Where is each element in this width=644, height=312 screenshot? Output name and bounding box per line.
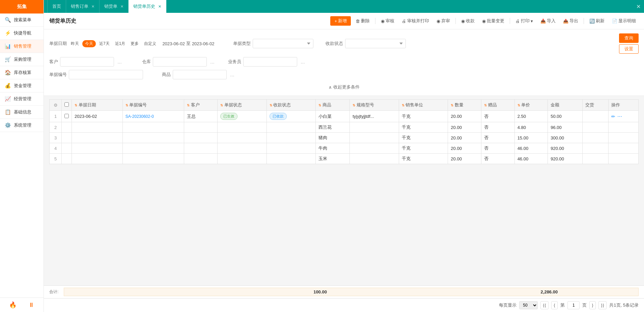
date-btn-yesterday[interactable]: 昨天 <box>69 40 81 47</box>
page-prev-btn[interactable]: ⟨ <box>551 301 558 309</box>
customer-input[interactable] <box>60 57 114 67</box>
tab-sales-order-close[interactable]: ✕ <box>91 4 94 9</box>
sidebar-item-operations-mgmt[interactable]: 📈 经营管理 <box>0 93 44 106</box>
new-button[interactable]: + 新增 <box>330 16 351 26</box>
col-gift[interactable]: ⇅ 赠品 <box>481 100 515 111</box>
col-settings[interactable]: ⚙ <box>50 100 62 111</box>
per-page-select[interactable]: 50 10 20 100 <box>519 301 538 309</box>
more-icon-1[interactable]: ⋯ <box>617 114 622 119</box>
col-customer[interactable]: ⇅ 客户 <box>184 100 218 111</box>
checkbox-1[interactable] <box>62 111 72 122</box>
doc-num-link-1[interactable]: SA-20230602-0 <box>125 114 154 119</box>
cell-pay-status-3 <box>267 133 316 143</box>
fire-icon[interactable]: 🔥 <box>9 301 17 309</box>
col-customer-label: 客户 <box>191 102 200 107</box>
cell-amount-1: 50.00 <box>548 111 583 122</box>
review-button[interactable]: ◉ 审核 <box>378 17 397 25</box>
set-button[interactable]: 设置 <box>619 44 639 54</box>
customer-dots[interactable]: … <box>116 59 123 64</box>
col-doc-status[interactable]: ⇅ 单据状态 <box>217 100 267 111</box>
warehouse-dots[interactable]: … <box>209 59 216 64</box>
page-first-btn[interactable]: ⟨⟨ <box>540 301 549 309</box>
query-set-buttons: 查询 设置 <box>619 33 639 54</box>
cell-amount-5: 920.00 <box>548 154 583 164</box>
delete-button[interactable]: 🗑 删除 <box>353 17 372 25</box>
date-filter-label: 单据日期 <box>49 41 67 47</box>
import-button[interactable]: 📥 导入 <box>538 17 558 25</box>
col-price-label: 单价 <box>521 102 530 107</box>
cell-spec-4 <box>350 143 399 154</box>
payment-status-select[interactable] <box>345 39 406 48</box>
cell-date-5 <box>72 154 123 164</box>
tab-sales-history-close[interactable]: ✕ <box>158 4 161 9</box>
cell-price-4: 46.00 <box>514 143 548 154</box>
cell-goods-2: 西兰花 <box>316 122 350 133</box>
query-button[interactable]: 查询 <box>619 33 639 43</box>
inventory-icon: 🏠 <box>5 70 11 76</box>
col-unit[interactable]: ⇅ 销售单位 <box>399 100 448 111</box>
top-tab-bar: 首页 销售订单 ✕ 销货单 ✕ 销货单历史 ✕ ✕ <box>44 0 644 13</box>
col-date[interactable]: ⇅ 单据日期 <box>72 100 123 111</box>
col-price[interactable]: ⇅ 单价 <box>514 100 548 111</box>
sidebar-item-funds-mgmt[interactable]: 💰 资金管理 <box>0 79 44 93</box>
doc-type-select[interactable] <box>253 39 313 48</box>
print-button[interactable]: 🖨 打印 ▾ <box>513 17 536 25</box>
export-button[interactable]: 📤 导出 <box>560 17 581 25</box>
tab-sales-goods-close[interactable]: ✕ <box>120 4 123 9</box>
collapse-button[interactable]: ∧ 收起更多条件 <box>49 83 639 92</box>
cell-doc-status-5 <box>217 154 267 164</box>
business-input[interactable] <box>243 57 297 67</box>
quick-nav-icon: ⚡ <box>5 30 11 36</box>
review-print-button[interactable]: 🖨 审核并打印 <box>399 17 432 25</box>
col-goods[interactable]: ⇅ 商品 <box>316 100 350 111</box>
sidebar-item-label: 经营管理 <box>14 96 31 102</box>
col-goods-label: 商品 <box>323 102 331 107</box>
col-spec[interactable]: ⇅ 规格型号 <box>350 100 399 111</box>
cell-doc-num-1[interactable]: SA-20230602-0 <box>122 111 184 122</box>
select-all-checkbox[interactable] <box>64 102 69 107</box>
warehouse-input[interactable] <box>153 57 207 67</box>
collect-button[interactable]: ◉ 收款 <box>458 17 477 25</box>
page-num-input[interactable] <box>567 301 580 309</box>
filter-row-2: 客户 … 仓库 … 业务员 … <box>49 57 639 67</box>
date-btn-more[interactable]: 更多 <box>129 40 141 47</box>
date-btn-custom[interactable]: 自定义 <box>142 40 158 47</box>
sidebar-item-basic-info[interactable]: 📋 基础信息 <box>0 106 44 119</box>
col-pay-status[interactable]: ⇅ 收款状态 <box>267 100 316 111</box>
col-doc-num[interactable]: ⇅ 单据编号 <box>122 100 184 111</box>
date-btn-today[interactable]: 今天 <box>82 40 96 47</box>
date-btn-7days[interactable]: 近7天 <box>97 40 112 47</box>
refresh-button[interactable]: 🔄 刷新 <box>587 17 607 25</box>
business-dots[interactable]: … <box>299 59 306 64</box>
date-btn-1month[interactable]: 近1月 <box>113 40 128 47</box>
close-all-tabs[interactable]: ✕ <box>636 3 641 10</box>
table-area: ⚙ ⇅ 单据日期 ⇅ 单据编号 <box>44 96 644 285</box>
pause-icon[interactable]: ⏸ <box>28 302 34 309</box>
sidebar-item-quick-nav[interactable]: ⚡ 快捷导航 <box>0 27 44 40</box>
page-last-btn[interactable]: ⟩⟩ <box>598 301 607 309</box>
edit-icon-1[interactable]: ✏ <box>611 114 615 119</box>
row-num-1: 1 <box>50 111 62 122</box>
page-label: 第 <box>560 302 565 308</box>
sidebar-item-inventory-calc[interactable]: 🏠 库存核算 <box>0 66 44 79</box>
tab-home[interactable]: 首页 <box>47 0 66 13</box>
goods-input[interactable] <box>173 70 227 79</box>
cell-unit-1: 千克 <box>399 111 448 122</box>
col-qty[interactable]: ⇅ 数量 <box>448 100 481 111</box>
goods-dots[interactable]: … <box>229 72 236 77</box>
action-icons-1: ✏ ⋯ <box>611 114 636 119</box>
show-detail-button[interactable]: 📄 显示明细 <box>609 17 639 25</box>
sidebar-item-purchase-mgmt[interactable]: 🛒 采购管理 <box>0 53 44 66</box>
doc-num-input[interactable] <box>69 70 143 79</box>
sidebar-item-sales-mgmt[interactable]: 📊 销售管理 <box>0 40 44 53</box>
sidebar-item-search-menu[interactable]: 🔍 搜索菜单 <box>0 14 44 27</box>
sidebar-item-sys-mgmt[interactable]: ⚙️ 系统管理 <box>0 119 44 132</box>
tab-sales-goods[interactable]: 销货单 ✕ <box>100 0 129 13</box>
tab-sales-order[interactable]: 销售订单 ✕ <box>66 0 100 13</box>
batch-change-button[interactable]: ◉ 批量变更 <box>479 17 507 25</box>
page-next-btn[interactable]: ⟩ <box>589 301 596 309</box>
doc-num-filter-item: 单据编号 <box>49 70 143 79</box>
abandon-button[interactable]: ◉ 弃审 <box>434 17 453 25</box>
tab-sales-history[interactable]: 销货单历史 ✕ <box>129 0 166 13</box>
settings-icon[interactable]: ⚙ <box>54 103 58 108</box>
